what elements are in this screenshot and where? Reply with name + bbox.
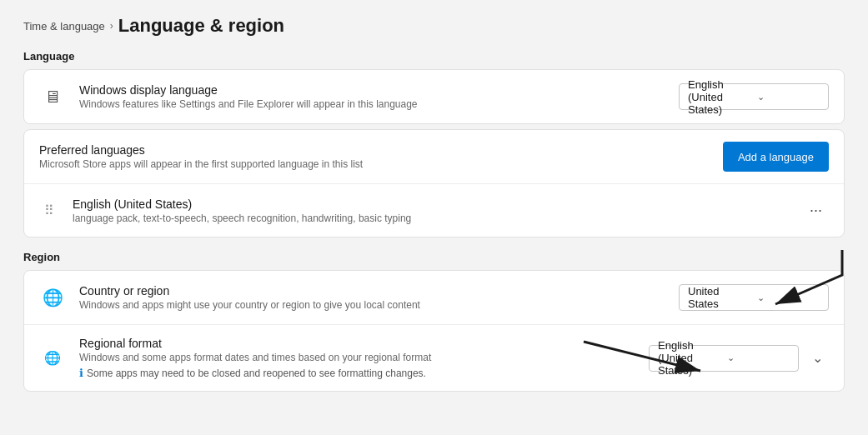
add-language-button[interactable]: Add a language xyxy=(723,142,829,172)
drag-handle-icon[interactable]: ⠿ xyxy=(39,202,59,218)
breadcrumb-current: Language & region xyxy=(118,15,284,37)
windows-display-language-row: 🖥 Windows display language Windows featu… xyxy=(24,70,844,123)
country-region-control: United States ⌄ xyxy=(679,284,829,311)
breadcrumb-parent[interactable]: Time & language xyxy=(23,20,105,32)
regional-format-subtitle: Windows and some apps format dates and t… xyxy=(79,352,635,363)
english-us-subtitle: language pack, text-to-speech, speech re… xyxy=(73,212,790,224)
english-us-more-button[interactable]: ··· xyxy=(803,198,829,222)
windows-display-chevron: ⌄ xyxy=(757,92,820,102)
windows-display-control: English (United States) ⌄ xyxy=(679,83,829,110)
country-region-row: 🌐 Country or region Windows and apps mig… xyxy=(24,271,844,324)
country-region-subtitle: Windows and apps might use your country … xyxy=(79,299,665,311)
english-us-row: ⠿ English (United States) language pack,… xyxy=(24,183,844,237)
regional-format-row: 🌐 Regional format Windows and some apps … xyxy=(24,324,844,391)
regional-format-note: ℹ Some apps may need to be closed and re… xyxy=(79,367,635,379)
region-card: 🌐 Country or region Windows and apps mig… xyxy=(23,270,845,392)
regional-format-dropdown[interactable]: English (United States) ⌄ xyxy=(649,345,799,372)
english-us-title: English (United States) xyxy=(73,198,790,211)
region-section-label: Region xyxy=(23,251,845,263)
country-region-chevron: ⌄ xyxy=(757,292,820,303)
windows-display-subtitle: Windows features like Settings and File … xyxy=(79,98,665,110)
monitor-icon-box: 🖥 xyxy=(39,83,66,110)
country-region-dropdown[interactable]: United States ⌄ xyxy=(679,284,829,311)
regional-format-note-text: Some apps may need to be closed and reop… xyxy=(87,368,426,379)
preferred-languages-subtitle: Microsoft Store apps will appear in the … xyxy=(39,158,710,170)
preferred-languages-text-block: Preferred languages Microsoft Store apps… xyxy=(39,143,710,170)
globe-icon-box: 🌐 xyxy=(39,284,66,311)
regional-format-control: English (United States) ⌄ ⌄ xyxy=(649,345,829,372)
regional-format-title: Regional format xyxy=(79,337,635,350)
language-section-label: Language xyxy=(23,50,845,62)
format-icon: 🌐 xyxy=(44,350,61,366)
globe-icon: 🌐 xyxy=(43,288,63,308)
preferred-languages-control: Add a language xyxy=(723,142,829,172)
windows-display-dropdown[interactable]: English (United States) ⌄ xyxy=(679,83,829,110)
windows-display-text-block: Windows display language Windows feature… xyxy=(79,83,665,110)
country-region-text-block: Country or region Windows and apps might… xyxy=(79,284,665,311)
regional-format-selected: English (United States) xyxy=(658,339,720,377)
preferred-languages-title: Preferred languages xyxy=(39,143,710,157)
format-icon-box: 🌐 xyxy=(39,345,66,372)
english-us-text-block: English (United States) language pack, t… xyxy=(73,198,790,224)
regional-format-text-block: Regional format Windows and some apps fo… xyxy=(79,337,635,379)
preferred-languages-header-row: Preferred languages Microsoft Store apps… xyxy=(24,130,844,183)
regional-format-expand-button[interactable]: ⌄ xyxy=(805,347,829,370)
country-region-selected: United States xyxy=(688,285,750,310)
preferred-languages-card: Preferred languages Microsoft Store apps… xyxy=(23,129,845,238)
breadcrumb: Time & language › Language & region xyxy=(23,15,845,37)
windows-display-language-card: 🖥 Windows display language Windows featu… xyxy=(23,69,845,124)
english-us-control: ··· xyxy=(803,198,829,222)
country-region-title: Country or region xyxy=(79,284,665,298)
breadcrumb-separator: › xyxy=(110,20,113,32)
windows-display-title: Windows display language xyxy=(79,83,665,97)
info-icon: ℹ xyxy=(79,367,83,379)
windows-display-selected: English (United States) xyxy=(688,78,750,116)
monitor-icon: 🖥 xyxy=(44,88,61,107)
regional-format-chevron: ⌄ xyxy=(727,352,790,363)
